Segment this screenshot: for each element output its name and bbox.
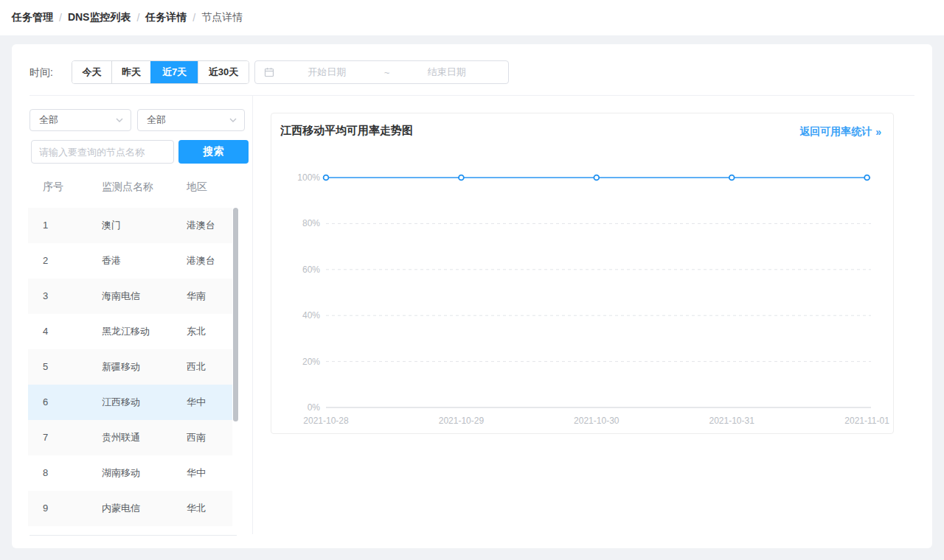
breadcrumb-separator: /	[192, 12, 195, 24]
table-row[interactable]: 9内蒙电信华北	[28, 491, 232, 526]
region-select-value: 全部	[39, 113, 58, 127]
cell-name: 江西移动	[102, 385, 140, 420]
cell-index: 8	[43, 455, 48, 491]
table-scrollbar[interactable]	[233, 208, 238, 421]
table-row[interactable]: 1澳门港澳台	[28, 208, 232, 243]
y-axis-tick-label: 20%	[302, 357, 320, 367]
y-axis-tick-label: 40%	[302, 310, 320, 321]
table-row[interactable]: 7贵州联通西南	[28, 420, 232, 455]
time-button-yesterday[interactable]: 昨天	[111, 61, 150, 83]
cell-region: 东北	[187, 314, 206, 349]
cell-index: 1	[43, 208, 48, 243]
node-table-body: 1澳门港澳台2香港港澳台3海南电信华南4黑龙江移动东北5新疆移动西北6江西移动华…	[28, 208, 232, 535]
chevron-down-icon	[229, 118, 237, 122]
cell-region: 港澳台	[187, 208, 215, 243]
cell-name: 新疆移动	[102, 349, 140, 385]
cell-name: 内蒙电信	[102, 491, 140, 526]
x-axis-tick-label: 2021-10-29	[439, 416, 485, 426]
chart-title: 江西移动平均可用率走势图	[280, 124, 413, 138]
x-axis-tick-label: 2021-10-30	[574, 416, 620, 426]
data-point[interactable]	[864, 175, 870, 181]
calendar-icon	[264, 67, 274, 77]
time-button-last30days[interactable]: 近30天	[198, 61, 249, 83]
cell-region: 西南	[187, 420, 206, 455]
back-link-label: 返回可用率统计	[799, 125, 872, 139]
breadcrumb: 任务管理 / DNS监控列表 / 任务详情 / 节点详情	[0, 0, 944, 35]
breadcrumb-item-node-detail: 节点详情	[201, 11, 243, 24]
cell-index: 3	[43, 279, 48, 314]
main-card: 时间: 今天 昨天 近7天 近30天 开始日期 ~ 结束日期 全部 全部 搜索 …	[12, 44, 932, 548]
search-button[interactable]: 搜索	[178, 140, 249, 164]
cell-region: 华南	[187, 279, 206, 314]
time-filter-label: 时间:	[30, 66, 53, 80]
isp-select-value: 全部	[147, 113, 166, 127]
data-point[interactable]	[594, 175, 599, 181]
cell-name: 贵州联通	[102, 420, 140, 455]
column-header-index: 序号	[43, 177, 63, 196]
cell-region: 华北	[187, 491, 206, 526]
table-row[interactable]: 5新疆移动西北	[28, 349, 232, 385]
data-point[interactable]	[324, 175, 329, 181]
horizontal-divider	[30, 95, 914, 96]
data-point[interactable]	[459, 175, 464, 181]
table-row[interactable]: 6江西移动华中	[28, 385, 232, 420]
y-axis-tick-label: 80%	[302, 218, 320, 228]
table-row[interactable]: 4黑龙江移动东北	[28, 314, 232, 349]
cell-region: 港澳台	[187, 243, 215, 279]
table-row[interactable]: 2香港港澳台	[28, 243, 232, 279]
cell-region: 西北	[187, 349, 206, 385]
region-select[interactable]: 全部	[30, 109, 131, 131]
availability-chart: 0%20%40%60%80%100%2021-10-282021-10-2920…	[271, 143, 891, 432]
availability-chart-panel: 江西移动平均可用率走势图 返回可用率统计 » 0%20%40%60%80%100…	[271, 113, 894, 434]
y-axis-tick-label: 0%	[308, 402, 321, 413]
node-table-header: 序号 监测点名称 地区	[28, 177, 232, 196]
breadcrumb-item-task-detail[interactable]: 任务详情	[145, 11, 187, 24]
cell-region: 华中	[187, 385, 206, 420]
back-to-availability-stats-link[interactable]: 返回可用率统计 »	[799, 125, 881, 139]
y-axis-tick-label: 60%	[302, 265, 320, 275]
cell-index: 5	[43, 349, 48, 385]
cell-region: 华中	[187, 455, 206, 491]
breadcrumb-separator: /	[136, 12, 139, 24]
cell-name: 澳门	[102, 208, 121, 243]
x-axis-tick-label: 2021-10-28	[303, 416, 349, 426]
node-search-input[interactable]	[31, 140, 174, 164]
column-header-name: 监测点名称	[102, 177, 153, 196]
cell-index: 4	[43, 314, 48, 349]
table-row[interactable]: 3海南电信华南	[28, 279, 232, 314]
breadcrumb-separator: /	[59, 12, 62, 24]
data-point[interactable]	[729, 175, 735, 181]
cell-index: 2	[43, 243, 48, 279]
time-button-last7days[interactable]: 近7天	[150, 61, 198, 83]
start-date-placeholder[interactable]: 开始日期	[274, 66, 380, 79]
chevron-down-icon	[116, 118, 123, 122]
cell-name: 湖南移动	[102, 455, 140, 491]
isp-select[interactable]: 全部	[137, 109, 245, 131]
cell-name: 黑龙江移动	[102, 314, 150, 349]
y-axis-tick-label: 100%	[297, 172, 320, 183]
vertical-divider	[252, 96, 253, 534]
breadcrumb-item-task-management[interactable]: 任务管理	[12, 11, 53, 24]
cell-index: 7	[43, 420, 48, 455]
column-header-region: 地区	[187, 177, 207, 196]
breadcrumb-item-dns-monitor-list[interactable]: DNS监控列表	[68, 11, 131, 24]
x-axis-tick-label: 2021-10-31	[709, 416, 755, 426]
cell-index: 9	[43, 491, 48, 526]
end-date-placeholder[interactable]: 结束日期	[394, 66, 499, 79]
time-range-button-group: 今天 昨天 近7天 近30天	[72, 60, 249, 84]
date-range-separator: ~	[380, 67, 395, 78]
cell-name: 海南电信	[102, 279, 140, 314]
table-row[interactable]: 8湖南移动华中	[28, 455, 232, 491]
double-chevron-right-icon: »	[875, 126, 881, 138]
time-button-today[interactable]: 今天	[72, 61, 111, 83]
x-axis-tick-label: 2021-11-01	[844, 416, 889, 426]
cell-name: 香港	[102, 243, 121, 279]
cell-index: 6	[43, 385, 48, 420]
date-range-picker[interactable]: 开始日期 ~ 结束日期	[254, 60, 509, 84]
table-bottom-border	[30, 535, 237, 536]
